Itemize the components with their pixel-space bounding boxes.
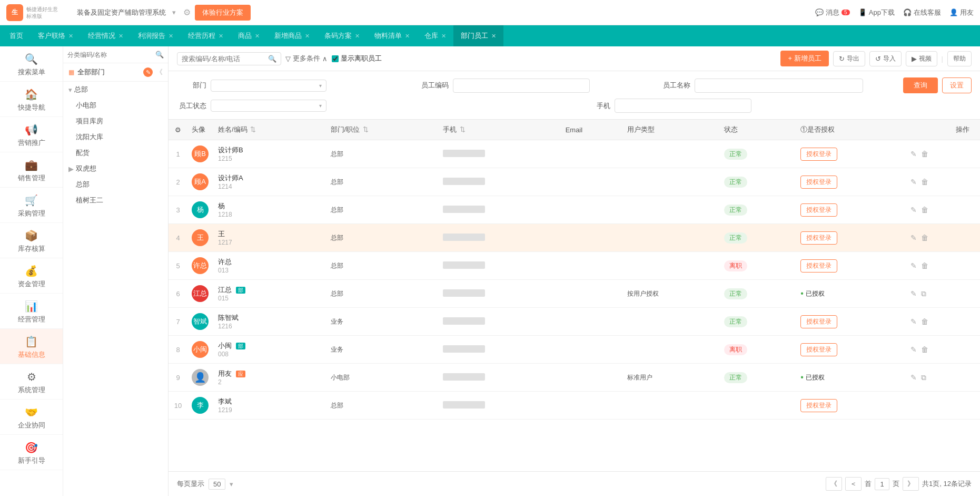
auth-btn[interactable]: 授权登录 [800,315,837,328]
help-btn[interactable]: 帮助 [947,51,972,66]
tab-customer[interactable]: 客户联络 ✕ [31,25,81,46]
dept-item-shenyangdaku[interactable]: 沈阳大库 [63,129,168,145]
query-btn[interactable]: 查询 [903,77,938,93]
search-input[interactable] [182,55,266,63]
emp-status-select[interactable]: ▾ [211,100,326,112]
nav-search[interactable]: 🔍 搜索菜单 [0,46,63,82]
tab-operation[interactable]: 经营情况 ✕ [81,25,131,46]
close-icon[interactable]: ✕ [305,33,310,40]
all-dept-header[interactable]: ▦ 全部部门 ✎ 《 [63,63,168,82]
close-icon[interactable]: ✕ [441,33,446,40]
more-filter-btn[interactable]: ▽ 更多条件 ∧ [285,54,328,63]
tab-bom[interactable]: 物料清单 ✕ [367,25,417,46]
dept-item-zongbu[interactable]: 总部 [63,177,168,192]
tab-add-goods[interactable]: 新增商品 ✕ [267,25,317,46]
tab-profit[interactable]: 利润报告 ✕ [131,25,181,46]
emp-code-input[interactable] [453,79,590,93]
dept-item-xiangmukufang[interactable]: 项目库房 [63,113,168,129]
sort-icon[interactable]: ⇅ [460,125,466,133]
set-btn[interactable]: 设置 [942,77,972,93]
close-icon[interactable]: ✕ [255,33,260,40]
dropdown-icon[interactable]: ▾ [172,8,176,16]
dept-item-shuanghuxiang[interactable]: ▶ 双虎想 [63,161,168,177]
tab-home[interactable]: 首页 [2,25,31,46]
dept-filter-select[interactable]: ▾ [211,80,326,92]
dept-item-peihuo[interactable]: 配货 [63,145,168,161]
tab-history[interactable]: 经营历程 ✕ [181,25,231,46]
edit-icon[interactable]: ✎ [910,373,917,382]
close-icon-active[interactable]: ✕ [491,33,496,40]
tab-goods[interactable]: 商品 ✕ [231,25,267,46]
dropdown-icon[interactable]: ▾ [230,480,233,488]
col-settings[interactable]: ⚙ [169,120,187,140]
close-icon[interactable]: ✕ [68,33,73,40]
dept-search-input[interactable] [67,51,153,59]
tab-dept-staff[interactable]: 部门员工 ✕ [453,25,503,46]
online-service-btn[interactable]: 🎧 在线客服 [903,8,941,17]
dept-item-zongbu-parent[interactable]: ▾ 总部 [63,82,168,98]
nav-purchase[interactable]: 🛒 采购管理 [0,188,63,223]
tab-barcode[interactable]: 条码方案 ✕ [317,25,367,46]
message-btn[interactable]: 💬 消息 5 [815,8,850,17]
auth-btn[interactable]: 授权登录 [800,343,837,356]
export-btn[interactable]: ↻ 导出 [833,51,865,66]
close-icon[interactable]: ✕ [405,33,410,40]
auth-btn[interactable]: 授权登录 [800,203,837,217]
dept-collapse-icon[interactable]: 《 [156,67,163,77]
close-icon[interactable]: ✕ [169,33,173,40]
dept-edit-icon[interactable]: ✎ [143,67,153,77]
close-icon[interactable]: ✕ [219,33,223,40]
copy-icon[interactable]: ⧉ [921,373,926,382]
nav-finance[interactable]: 💰 资金管理 [0,258,63,294]
page-prev-btn[interactable]: ＜ [845,477,862,491]
nav-sales[interactable]: 💼 销售管理 [0,152,63,188]
copy-icon[interactable]: ⧉ [921,289,926,298]
gear-button[interactable]: ⚙ [183,7,191,17]
page-number[interactable]: 1 [875,478,889,490]
delete-icon[interactable]: 🗑 [921,261,928,270]
edit-icon[interactable]: ✎ [910,289,917,298]
per-page-value[interactable]: 50 [209,479,225,490]
edit-icon[interactable]: ✎ [910,317,917,326]
dept-item-zhishuwanger[interactable]: 植树王二 [63,192,168,208]
nav-collab[interactable]: 🤝 企业协同 [0,400,63,435]
edit-icon[interactable]: ✎ [910,234,917,242]
nav-inventory[interactable]: 📦 库存核算 [0,223,63,258]
nav-basic-info[interactable]: 📋 基础信息 [0,329,63,364]
auth-btn[interactable]: 授权登录 [800,148,837,161]
auth-btn[interactable]: 授权登录 [800,399,837,412]
phone-input[interactable] [615,99,751,113]
view-btn[interactable]: ▶ 视频 [906,51,937,66]
delete-icon[interactable]: 🗑 [921,234,928,242]
app-download-btn[interactable]: 📱 App下载 [858,8,895,17]
edit-icon[interactable]: ✎ [910,345,917,354]
nav-guide[interactable]: 🎯 新手引导 [0,435,63,470]
show-resigned-checkbox[interactable] [332,55,339,62]
add-employee-btn[interactable]: + 新增员工 [780,51,828,66]
delete-icon[interactable]: 🗑 [921,206,928,214]
search-icon[interactable]: 🔍 [268,55,276,63]
edit-icon[interactable]: ✎ [910,150,917,158]
delete-icon[interactable]: 🗑 [921,317,928,326]
import-btn[interactable]: ↺ 导入 [869,51,902,66]
tab-warehouse[interactable]: 仓库 ✕ [417,25,453,46]
edit-icon[interactable]: ✎ [910,178,917,186]
search-icon[interactable]: 🔍 [155,51,164,59]
delete-icon[interactable]: 🗑 [921,345,928,354]
close-icon[interactable]: ✕ [355,33,360,40]
auth-btn[interactable]: 授权登录 [800,176,837,189]
delete-icon[interactable]: 🗑 [921,178,928,186]
user-menu[interactable]: 👤 用友 [949,8,974,17]
page-next-btn[interactable]: 》 [903,477,919,491]
nav-marketing[interactable]: 📢 营销推广 [0,117,63,152]
edit-icon[interactable]: ✎ [910,206,917,214]
auth-btn[interactable]: 授权登录 [800,231,837,245]
try-btn[interactable]: 体验行业方案 [195,5,251,21]
sort-icon[interactable]: ⇅ [363,125,369,133]
sort-icon[interactable]: ⇅ [250,125,256,133]
close-icon[interactable]: ✕ [118,33,123,40]
delete-icon[interactable]: 🗑 [921,150,928,158]
emp-name-input[interactable] [695,79,863,93]
nav-shortcut[interactable]: 🏠 快捷导航 [0,82,63,117]
edit-icon[interactable]: ✎ [910,261,917,270]
